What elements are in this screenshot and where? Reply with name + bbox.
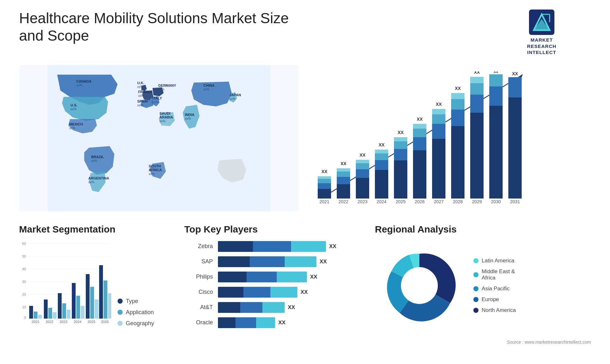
- svg-rect-57: [413, 129, 426, 137]
- bar-chart-container: XX 2021 XX 2022 XX 2023: [311, 65, 591, 211]
- svg-text:xx%: xx%: [137, 104, 143, 107]
- svg-rect-62: [432, 124, 445, 139]
- svg-text:XX: XX: [512, 71, 518, 76]
- reg-legend-apac: Asia Pacific: [473, 286, 516, 292]
- player-name-att: At&T: [184, 304, 213, 311]
- svg-text:XX: XX: [322, 169, 328, 174]
- player-name-philips: Philips: [184, 273, 213, 280]
- svg-rect-76: [470, 77, 484, 83]
- india-label: INDIA: [185, 113, 194, 117]
- reg-dot-europe: [473, 297, 478, 302]
- germany-label: GERMANY: [158, 84, 176, 87]
- donut-chart-svg: [375, 241, 464, 330]
- svg-text:2025: 2025: [396, 199, 405, 204]
- italy-label: ITALY: [152, 96, 162, 100]
- player-bar-oracle: [218, 317, 275, 328]
- player-row-cisco: Cisco XX: [184, 287, 362, 298]
- svg-rect-70: [451, 93, 464, 99]
- reg-label-mea: Middle East &Africa: [482, 268, 515, 281]
- svg-text:xx%: xx%: [149, 172, 155, 176]
- svg-text:xx%: xx%: [88, 180, 94, 184]
- safrica-label: SOUTH: [149, 164, 161, 168]
- canada-label: CANADA: [76, 79, 92, 83]
- svg-text:2031: 2031: [510, 199, 520, 204]
- player-row-sap: SAP XX: [184, 256, 362, 267]
- svg-rect-37: [356, 178, 369, 199]
- svg-rect-112: [67, 310, 71, 319]
- player-bar-wrap-sap: XX: [218, 256, 362, 267]
- svg-rect-103: [34, 312, 37, 319]
- svg-text:10: 10: [22, 305, 26, 309]
- france-label: FRANCE: [138, 90, 153, 94]
- player-bar-sap: [218, 256, 316, 267]
- svg-text:xx%: xx%: [185, 117, 191, 120]
- svg-text:2029: 2029: [472, 199, 482, 204]
- svg-text:xx%: xx%: [76, 84, 82, 87]
- svg-rect-124: [108, 293, 111, 319]
- player-val-zebra: XX: [329, 243, 336, 250]
- svg-text:2021: 2021: [319, 199, 329, 204]
- svg-rect-118: [86, 274, 90, 319]
- player-name-cisco: Cisco: [184, 289, 213, 295]
- reg-label-namerica: North America: [482, 307, 516, 313]
- regional-inner: Latin America Middle East &Africa Asia P…: [375, 241, 591, 330]
- uk-label: U.K.: [137, 81, 144, 85]
- svg-text:XX: XX: [360, 152, 366, 158]
- seg-legend: Type Application Geography: [118, 298, 154, 327]
- reg-legend-namerica: North America: [473, 307, 516, 313]
- svg-rect-116: [81, 306, 85, 319]
- svg-text:XX: XX: [341, 161, 347, 166]
- svg-text:2023: 2023: [357, 199, 367, 204]
- svg-rect-43: [375, 170, 388, 199]
- page-container: Healthcare Mobility Solutions Market Siz…: [0, 0, 610, 364]
- player-val-sap: XX: [320, 259, 327, 265]
- svg-text:xx%: xx%: [229, 97, 235, 101]
- players-bars: Zebra XX SAP: [184, 241, 362, 328]
- player-bar-zebra: [218, 241, 326, 252]
- reg-dot-apac: [473, 286, 478, 291]
- page-title: Healthcare Mobility Solutions Market Siz…: [19, 10, 305, 44]
- source-footer: Source : www.marketresearchintellect.com: [375, 340, 591, 345]
- world-map-svg: CANADA xx% U.S. xx% MEXICO xx% BRAZIL xx…: [19, 65, 299, 211]
- svg-rect-52: [394, 137, 407, 141]
- us-label: U.S.: [71, 103, 77, 107]
- player-bar-att: [218, 302, 285, 313]
- player-bar-wrap-cisco: XX: [218, 287, 362, 298]
- svg-rect-56: [413, 137, 426, 150]
- segmentation-section: Market Segmentation 60 50 40 30 20 10 0: [19, 224, 172, 327]
- svg-text:2028: 2028: [453, 199, 463, 204]
- svg-text:50: 50: [22, 254, 26, 258]
- svg-rect-28: [318, 176, 331, 179]
- svg-rect-123: [104, 280, 107, 319]
- svg-rect-34: [337, 168, 350, 172]
- svg-rect-45: [375, 153, 388, 160]
- player-row-zebra: Zebra XX: [184, 241, 362, 252]
- legend-dot-application: [118, 310, 123, 315]
- player-val-att: XX: [288, 304, 295, 311]
- player-val-oracle: XX: [278, 320, 286, 326]
- svg-rect-25: [318, 189, 331, 199]
- svg-text:XX: XX: [494, 71, 498, 74]
- svg-rect-26: [318, 183, 331, 189]
- svg-text:XX: XX: [455, 86, 461, 91]
- mexico-label: MEXICO: [69, 122, 83, 126]
- svg-rect-79: [489, 106, 503, 199]
- svg-rect-31: [337, 184, 350, 199]
- svg-text:30: 30: [22, 280, 26, 284]
- svg-text:XX: XX: [379, 142, 385, 147]
- legend-label-geography: Geography: [126, 320, 154, 327]
- spain-label: SPAIN: [137, 99, 148, 103]
- svg-text:xx%: xx%: [138, 94, 144, 98]
- regional-title: Regional Analysis: [375, 224, 591, 235]
- player-name-zebra: Zebra: [184, 243, 213, 250]
- regional-legend: Latin America Middle East &Africa Asia P…: [473, 258, 516, 313]
- key-players-section: Top Key Players Zebra XX SAP: [184, 224, 362, 328]
- argentina-label: ARGENTINA: [88, 176, 109, 180]
- legend-dot-geography: [118, 321, 123, 326]
- svg-text:XX: XX: [436, 102, 442, 107]
- player-bar-wrap-zebra: XX: [218, 241, 362, 252]
- svg-rect-27: [318, 179, 331, 183]
- svg-text:2027: 2027: [434, 199, 444, 204]
- player-name-oracle: Oracle: [184, 319, 213, 326]
- svg-rect-73: [470, 113, 484, 199]
